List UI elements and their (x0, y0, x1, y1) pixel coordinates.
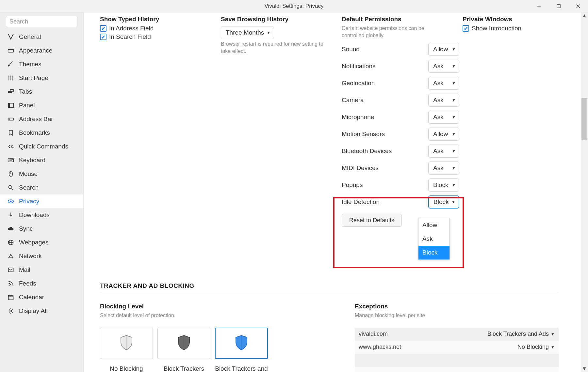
window-title: Vivaldi Settings: Privacy (264, 3, 323, 9)
sidebar-item-display-all[interactable]: Display All (0, 304, 83, 318)
permission-select-microphone[interactable]: Ask▼ (428, 111, 459, 124)
idle-detection-dropdown[interactable]: AllowAskBlock (418, 218, 450, 260)
select-value: Allow (433, 46, 448, 53)
exception-row[interactable]: www.ghacks.netNo Blocking ▼ (355, 341, 559, 354)
typed-history-search-checkbox[interactable]: In Search Field (100, 33, 218, 40)
scroll-down-button[interactable]: ▼ (581, 365, 588, 372)
sidebar-item-label: Mail (19, 266, 30, 273)
brush-icon (7, 61, 14, 68)
blocking-level-label: No Blocking (100, 365, 153, 372)
close-button[interactable] (568, 0, 588, 12)
sidebar-item-label: Tabs (19, 88, 32, 95)
permission-select-popups[interactable]: Block▼ (428, 178, 459, 192)
permission-label: Camera (342, 97, 364, 104)
sidebar-item-general[interactable]: General (0, 30, 83, 44)
caret-down-icon: ▼ (452, 64, 456, 69)
typed-history-address-checkbox[interactable]: In Address Field (100, 25, 218, 32)
mouse-icon (7, 170, 14, 178)
sidebar: GeneralAppearanceThemesStart PageTabsPan… (0, 12, 84, 372)
sidebar-item-appearance[interactable]: Appearance (0, 44, 83, 57)
sidebar-item-calendar[interactable]: Calendar (0, 290, 83, 304)
scrollbar[interactable]: ▲ ▼ (581, 12, 588, 372)
sidebar-item-keyboard[interactable]: Keyboard (0, 153, 83, 167)
caret-down-icon: ▼ (451, 200, 455, 204)
sidebar-item-tabs[interactable]: Tabs (0, 85, 83, 99)
show-introduction-checkbox[interactable]: Show Introduction (463, 25, 559, 32)
permission-label: Geolocation (342, 80, 375, 87)
caret-down-icon: ▼ (551, 345, 555, 349)
sidebar-item-label: Quick Commands (19, 143, 68, 150)
search-input[interactable] (6, 16, 77, 27)
caret-down-icon: ▼ (452, 47, 456, 52)
permission-select-bluetooth-devices[interactable]: Ask▼ (428, 145, 459, 158)
sidebar-item-label: Start Page (19, 74, 48, 82)
exception-row[interactable]: vivaldi.comBlock Trackers and Ads ▼ (355, 328, 559, 341)
sidebar-item-mouse[interactable]: Mouse (0, 167, 83, 181)
blocking-level-box[interactable] (157, 328, 210, 359)
tabs-icon (7, 88, 14, 95)
exception-value-select[interactable]: No Blocking ▼ (517, 344, 555, 350)
sidebar-item-start-page[interactable]: Start Page (0, 71, 83, 85)
tracker-section-heading: TRACKER AND AD BLOCKING (100, 282, 559, 289)
permission-select-geolocation[interactable]: Ask▼ (428, 77, 459, 90)
permission-row-microphone: MicrophoneAsk▼ (342, 111, 459, 124)
sidebar-item-search[interactable]: Search (0, 181, 83, 194)
download-icon (7, 211, 14, 219)
sidebar-item-bookmarks[interactable]: Bookmarks (0, 126, 83, 140)
reset-defaults-button[interactable]: Reset to Defaults (342, 214, 402, 227)
exception-site: www.ghacks.net (359, 344, 401, 350)
vivaldi-icon (7, 33, 14, 40)
sidebar-item-themes[interactable]: Themes (0, 57, 83, 71)
svg-rect-45 (557, 5, 560, 8)
sidebar-item-privacy[interactable]: Privacy (0, 194, 83, 208)
caret-down-icon: ▼ (452, 183, 456, 187)
sidebar-item-label: Panel (19, 102, 35, 109)
dropdown-option-ask[interactable]: Ask (418, 232, 449, 246)
panel-icon (7, 102, 14, 109)
minimize-button[interactable] (529, 0, 549, 12)
typed-history-heading: Show Typed History (100, 16, 218, 23)
scroll-thumb[interactable] (581, 98, 587, 140)
browsing-history-note: Browser restart is required for new sett… (221, 40, 325, 54)
permission-select-idle-detection[interactable]: Block▼ (428, 195, 459, 209)
dropdown-option-allow[interactable]: Allow (418, 218, 449, 232)
permission-select-motion-sensors[interactable]: Allow▼ (428, 128, 459, 141)
feeds-icon (7, 280, 14, 287)
sidebar-item-panel[interactable]: Panel (0, 99, 83, 112)
grid-icon (7, 74, 14, 82)
permission-row-geolocation: GeolocationAsk▼ (342, 77, 459, 90)
select-value: Three Months (226, 29, 264, 36)
scroll-up-button[interactable]: ▲ (581, 12, 588, 19)
permission-row-popups: PopupsBlock▼ (342, 178, 459, 192)
sidebar-item-quick-commands[interactable]: Quick Commands (0, 140, 83, 153)
sidebar-item-label: General (19, 33, 41, 40)
sidebar-item-sync[interactable]: Sync (0, 222, 83, 236)
permission-label: Notifications (342, 63, 376, 70)
select-value: Ask (433, 114, 444, 121)
permission-select-midi-devices[interactable]: Ask▼ (428, 162, 459, 175)
sidebar-item-network[interactable]: Network (0, 249, 83, 263)
dropdown-option-block[interactable]: Block (418, 246, 449, 259)
sidebar-item-feeds[interactable]: Feeds (0, 277, 83, 290)
permission-select-sound[interactable]: Allow▼ (428, 43, 459, 56)
sidebar-item-label: Bookmarks (19, 129, 50, 136)
search-icon (7, 184, 14, 191)
sidebar-item-label: Search (19, 184, 39, 191)
permission-select-notifications[interactable]: Ask▼ (428, 60, 459, 73)
exception-value-select[interactable]: Block Trackers and Ads ▼ (487, 331, 555, 337)
blocking-level-box[interactable] (215, 328, 268, 359)
sidebar-item-address-bar[interactable]: Address Bar (0, 112, 83, 126)
shield-icon (119, 334, 134, 352)
sidebar-item-downloads[interactable]: Downloads (0, 208, 83, 222)
sidebar-item-label: Keyboard (19, 157, 45, 164)
maximize-button[interactable] (549, 0, 568, 12)
sidebar-item-label: Address Bar (19, 116, 53, 123)
browsing-history-select[interactable]: Three Months ▼ (221, 26, 274, 39)
mail-icon (7, 266, 14, 273)
sidebar-item-webpages[interactable]: Webpages (0, 236, 83, 249)
sidebar-item-mail[interactable]: Mail (0, 263, 83, 277)
blocking-level-box[interactable] (100, 328, 153, 359)
bookmark-icon (7, 129, 14, 136)
sidebar-item-label: Privacy (19, 198, 39, 205)
permission-select-camera[interactable]: Ask▼ (428, 94, 459, 107)
